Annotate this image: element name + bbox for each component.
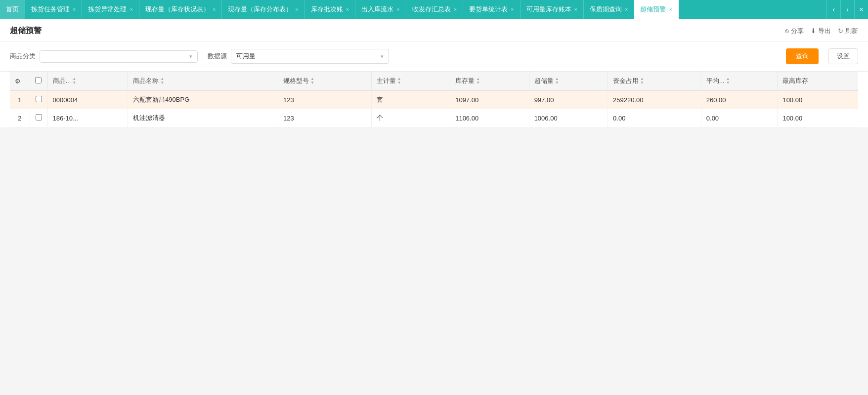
table-container: ⚙ 商品... ▲▼ 商品名称 ▲▼ <box>0 72 868 127</box>
row-unit: 个 <box>371 109 450 127</box>
table-row: 2 186-10... 机油滤清器 123 个 1106.00 1006.00 … <box>10 109 858 127</box>
nav-item-expiry[interactable]: 保质期查询 × <box>584 0 634 19</box>
chevron-down-icon: ▾ <box>381 53 384 60</box>
gear-icon: ⚙ <box>15 78 21 85</box>
row-max-stock: 100.00 <box>778 109 858 127</box>
filter-bar: 商品分类 ▾ 数据源 可用量 ▾ 查询 设置 <box>0 41 868 72</box>
row-spec: 123 <box>278 91 372 109</box>
table-row: 1 0000004 六配套新昌490BPG 123 套 1097.00 997.… <box>10 91 858 109</box>
row-capital: 259220.00 <box>608 91 701 109</box>
row-overstock: 997.00 <box>529 91 608 109</box>
nav-item-avail-ledger[interactable]: 可用量库存账本 × <box>521 0 584 19</box>
row-product-code: 186-10... <box>47 109 128 127</box>
nav-left-arrow[interactable]: ‹ <box>826 0 840 19</box>
datasource-filter-group: 数据源 可用量 ▾ <box>208 49 389 64</box>
nav-arrow-group: ‹ › × <box>826 0 868 19</box>
refresh-icon: ↻ <box>838 27 843 35</box>
row-number: 2 <box>10 109 30 127</box>
header-actions: ⎋ 分享 ⬇ 导出 ↻ 刷新 <box>785 27 858 36</box>
row-product-code: 0000004 <box>47 91 128 109</box>
row-avg: 0.00 <box>701 109 778 127</box>
row-product-name: 机油滤清器 <box>128 109 278 127</box>
row-checkbox-cell[interactable] <box>30 91 47 109</box>
column-max-stock[interactable]: 最高库存 <box>778 72 858 91</box>
column-capital[interactable]: 资金占用 ▲▼ <box>608 72 701 91</box>
select-all-checkbox[interactable] <box>35 77 42 83</box>
close-icon[interactable]: × <box>669 6 672 12</box>
close-icon[interactable]: × <box>213 6 216 12</box>
query-button[interactable]: 查询 <box>786 48 819 64</box>
refresh-button[interactable]: ↻ 刷新 <box>838 27 858 36</box>
category-select[interactable]: ▾ <box>40 50 198 63</box>
chevron-down-icon: ▾ <box>189 53 192 60</box>
nav-item-inout[interactable]: 出入库流水 × <box>355 0 406 19</box>
row-checkbox[interactable] <box>36 96 42 102</box>
close-icon[interactable]: × <box>511 6 514 12</box>
category-label: 商品分类 <box>10 52 36 61</box>
column-avg[interactable]: 平均... ▲▼ <box>701 72 778 91</box>
row-avg: 260.00 <box>701 91 778 109</box>
column-checkbox[interactable] <box>30 72 47 91</box>
nav-item-stock-status[interactable]: 现存量（库存状况表） × <box>139 0 222 19</box>
nav-item-collect[interactable]: 收发存汇总表 × <box>406 0 463 19</box>
table-header-row: ⚙ 商品... ▲▼ 商品名称 ▲▼ <box>10 72 858 91</box>
row-capital: 0.00 <box>608 109 701 127</box>
column-overstock[interactable]: 超储量 ▲▼ <box>529 72 608 91</box>
close-icon[interactable]: × <box>454 6 457 12</box>
datasource-value: 可用量 <box>236 52 256 61</box>
export-icon: ⬇ <box>811 27 816 35</box>
datasource-label: 数据源 <box>208 52 227 61</box>
data-table: ⚙ 商品... ▲▼ 商品名称 ▲▼ <box>10 72 858 127</box>
export-button[interactable]: ⬇ 导出 <box>811 27 831 36</box>
share-button[interactable]: ⎋ 分享 <box>785 27 804 36</box>
nav-menu-close[interactable]: × <box>854 0 868 19</box>
share-icon: ⎋ <box>785 27 789 35</box>
column-gear[interactable]: ⚙ <box>10 72 30 91</box>
close-icon[interactable]: × <box>574 6 577 12</box>
datasource-select[interactable]: 可用量 ▾ <box>231 49 389 64</box>
column-unit[interactable]: 主计量 ▲▼ <box>371 72 450 91</box>
close-icon[interactable]: × <box>346 6 349 12</box>
row-max-stock: 100.00 <box>778 91 858 109</box>
close-icon[interactable]: × <box>295 6 298 12</box>
close-icon[interactable]: × <box>396 6 399 12</box>
close-icon[interactable]: × <box>130 6 132 12</box>
nav-item-abnormal[interactable]: 拣货异常处理 × <box>82 0 139 19</box>
close-icon[interactable]: × <box>625 6 628 12</box>
row-spec: 123 <box>278 109 372 127</box>
nav-item-home[interactable]: 首页 <box>0 0 25 19</box>
page-header: 超储预警 ⎋ 分享 ⬇ 导出 ↻ 刷新 <box>0 19 868 41</box>
row-checkbox-cell[interactable] <box>30 109 47 127</box>
nav-item-order-stat[interactable]: 要货单统计表 × <box>463 0 520 19</box>
nav-item-stock-dist[interactable]: 现存量（库存分布表） × <box>222 0 304 19</box>
row-product-name: 六配套新昌490BPG <box>128 91 278 109</box>
row-number: 1 <box>10 91 30 109</box>
row-stock: 1097.00 <box>450 91 529 109</box>
nav-item-batch[interactable]: 库存批次账 × <box>305 0 355 19</box>
column-stock[interactable]: 库存量 ▲▼ <box>450 72 529 91</box>
row-stock: 1106.00 <box>450 109 529 127</box>
row-unit: 套 <box>371 91 450 109</box>
row-checkbox[interactable] <box>36 114 42 120</box>
row-overstock: 1006.00 <box>529 109 608 127</box>
top-navigation: 首页 拣货任务管理 × 拣货异常处理 × 现存量（库存状况表） × 现存量（库存… <box>0 0 868 19</box>
category-filter-group: 商品分类 ▾ <box>10 50 198 63</box>
nav-right-arrow[interactable]: › <box>840 0 854 19</box>
column-spec[interactable]: 规格型号 ▲▼ <box>278 72 372 91</box>
settings-button[interactable]: 设置 <box>828 48 858 64</box>
column-product-code[interactable]: 商品... ▲▼ <box>47 72 128 91</box>
close-icon[interactable]: × <box>73 6 76 12</box>
page-title: 超储预警 <box>10 26 42 36</box>
nav-item-overstock[interactable]: 超储预警 × <box>634 0 678 19</box>
column-product-name[interactable]: 商品名称 ▲▼ <box>128 72 278 91</box>
nav-item-task[interactable]: 拣货任务管理 × <box>25 0 82 19</box>
